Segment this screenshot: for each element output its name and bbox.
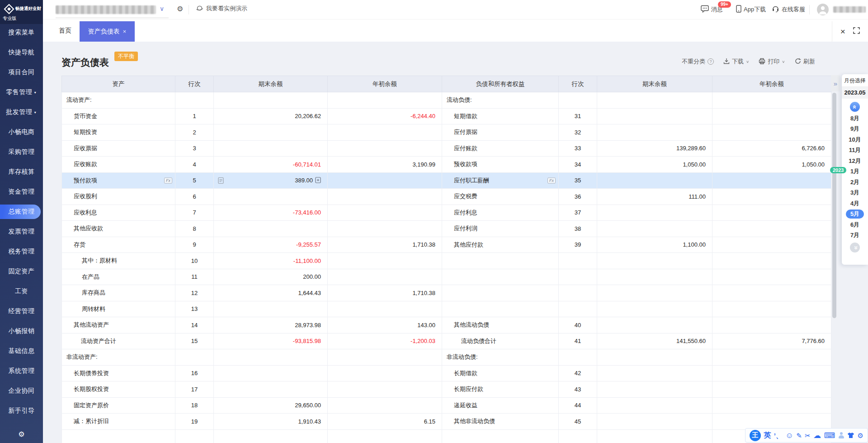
table-cell[interactable]: [597, 205, 712, 221]
table-cell[interactable]: 应收股利: [62, 189, 175, 205]
table-cell[interactable]: [712, 285, 831, 301]
table-cell[interactable]: 1,050.00: [712, 157, 831, 173]
table-cell[interactable]: [597, 253, 712, 269]
table-cell[interactable]: 应付利息: [442, 205, 559, 221]
table-cell[interactable]: 389.00: [214, 172, 328, 189]
download-button[interactable]: 下载 ∨: [723, 57, 749, 66]
table-cell[interactable]: 13: [175, 301, 214, 317]
table-cell[interactable]: 应收账款: [62, 157, 175, 173]
table-cell[interactable]: 34: [559, 157, 597, 173]
table-cell[interactable]: [712, 317, 831, 333]
table-cell[interactable]: [442, 429, 559, 443]
table-cell[interactable]: [328, 253, 442, 269]
month-item[interactable]: 9月: [842, 124, 868, 135]
table-cell[interactable]: 40: [559, 317, 597, 333]
month-item[interactable]: 8月: [842, 113, 868, 124]
tab-home[interactable]: 首页: [52, 19, 78, 42]
table-cell[interactable]: 19: [175, 414, 214, 430]
table-cell[interactable]: [597, 381, 712, 398]
table-cell[interactable]: 库存商品: [62, 285, 175, 301]
table-cell[interactable]: [597, 414, 712, 430]
table-cell[interactable]: 其他应收款: [62, 221, 175, 237]
table-cell[interactable]: 42: [559, 365, 597, 381]
table-cell[interactable]: 17: [175, 381, 214, 398]
table-cell[interactable]: 32: [559, 124, 597, 141]
app-download-button[interactable]: App下载: [736, 5, 766, 14]
month-item[interactable]: 2月: [842, 177, 868, 188]
table-cell[interactable]: [712, 397, 831, 414]
table-cell[interactable]: [597, 124, 712, 141]
table-cell[interactable]: -1,200.03: [328, 333, 442, 349]
table-cell[interactable]: 6: [175, 189, 214, 205]
sidebar-item[interactable]: 工资: [0, 281, 43, 301]
formula-icon[interactable]: Fx: [164, 177, 172, 183]
table-cell[interactable]: [712, 124, 831, 141]
table-cell[interactable]: [175, 349, 214, 366]
sidebar-item[interactable]: 经营管理: [0, 301, 43, 321]
table-cell[interactable]: 31: [559, 108, 597, 124]
sidebar-item[interactable]: 资金管理: [0, 182, 43, 202]
table-cell[interactable]: [175, 429, 214, 443]
month-item[interactable]: 7月: [842, 230, 868, 241]
table-cell[interactable]: [328, 221, 442, 237]
keyboard-icon[interactable]: ⌨: [824, 432, 835, 439]
ime-language-mode[interactable]: 英: [764, 432, 771, 439]
table-cell[interactable]: 固定资产原价: [62, 397, 175, 414]
table-cell[interactable]: [328, 92, 442, 109]
table-cell[interactable]: [712, 269, 831, 285]
table-cell[interactable]: [214, 189, 328, 205]
table-cell[interactable]: [712, 205, 831, 221]
table-cell[interactable]: 111.00: [597, 189, 712, 205]
table-cell[interactable]: [597, 92, 712, 109]
table-cell[interactable]: [328, 301, 442, 317]
table-cell[interactable]: 货币资金: [62, 108, 175, 124]
table-cell[interactable]: [712, 237, 831, 253]
table-cell[interactable]: 应付职工薪酬Fx: [442, 172, 559, 189]
table-cell[interactable]: [328, 429, 442, 443]
table-cell[interactable]: 29,650.00: [214, 397, 328, 414]
table-cell[interactable]: 预收款项: [442, 157, 559, 173]
month-item[interactable]: 5月: [842, 209, 868, 220]
table-cell[interactable]: [597, 301, 712, 317]
table-cell[interactable]: 流动负债:: [442, 92, 559, 109]
table-cell[interactable]: 应收票据: [62, 140, 175, 157]
sidebar-item[interactable]: 项目合同: [0, 62, 43, 82]
table-cell[interactable]: [597, 429, 712, 443]
formula-icon[interactable]: Fx: [547, 177, 556, 183]
table-cell[interactable]: 16: [175, 365, 214, 381]
table-cell[interactable]: [328, 365, 442, 381]
table-cell[interactable]: 1,710.38: [328, 285, 442, 301]
tab-close-icon[interactable]: ×: [123, 28, 127, 35]
table-cell[interactable]: 其中：原材料: [62, 253, 175, 269]
emoji-icon[interactable]: ☺: [785, 432, 793, 439]
sidebar-item[interactable]: 搜索菜单: [0, 23, 43, 43]
sidebar-item[interactable]: 系统管理: [0, 361, 43, 381]
table-cell[interactable]: [712, 365, 831, 381]
online-support-button[interactable]: 在线客服: [772, 5, 805, 14]
sidebar-item[interactable]: 库存核算: [0, 162, 43, 182]
sidebar-item[interactable]: 零售管理▼: [0, 82, 43, 102]
table-cell[interactable]: 3,190.99: [328, 157, 442, 173]
scroll-months-up-button[interactable]: «: [850, 102, 860, 112]
table-cell[interactable]: [559, 92, 597, 109]
table-cell[interactable]: 139,289.60: [597, 140, 712, 157]
table-cell[interactable]: 15: [175, 333, 214, 349]
table-cell[interactable]: 41: [559, 333, 597, 349]
table-cell[interactable]: 35: [559, 172, 597, 189]
table-cell[interactable]: 周转材料: [62, 301, 175, 317]
table-cell[interactable]: 1,910.43: [214, 414, 328, 430]
table-cell[interactable]: [214, 140, 328, 157]
sidebar-item[interactable]: 企业协同: [0, 381, 43, 401]
table-cell[interactable]: [442, 285, 559, 301]
table-cell[interactable]: 流动资产:: [62, 92, 175, 109]
tab-balance-sheet[interactable]: 资产负债表 ×: [80, 21, 135, 42]
handwriting-pencil-icon[interactable]: ✎: [796, 432, 802, 439]
panel-collapse-handle[interactable]: »: [831, 75, 840, 91]
table-cell[interactable]: [712, 301, 831, 317]
table-cell[interactable]: [712, 189, 831, 205]
table-cell[interactable]: 其他流动负债: [442, 317, 559, 333]
sidebar-item[interactable]: 基础信息: [0, 341, 43, 361]
table-cell[interactable]: [214, 221, 328, 237]
table-cell[interactable]: 应付利润: [442, 221, 559, 237]
month-item[interactable]: 11月: [842, 145, 868, 156]
